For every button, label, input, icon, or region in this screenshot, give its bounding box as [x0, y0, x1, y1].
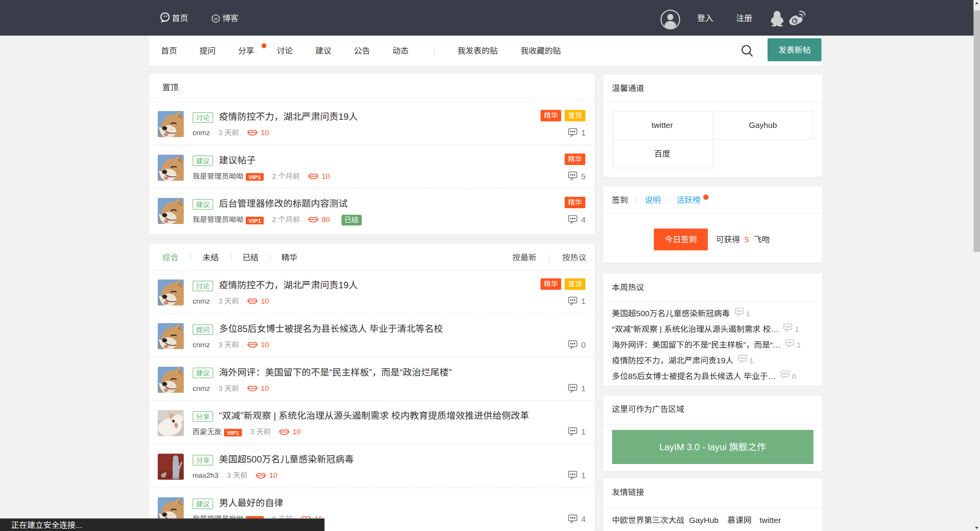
svg-text:UI: UI: [214, 17, 217, 21]
